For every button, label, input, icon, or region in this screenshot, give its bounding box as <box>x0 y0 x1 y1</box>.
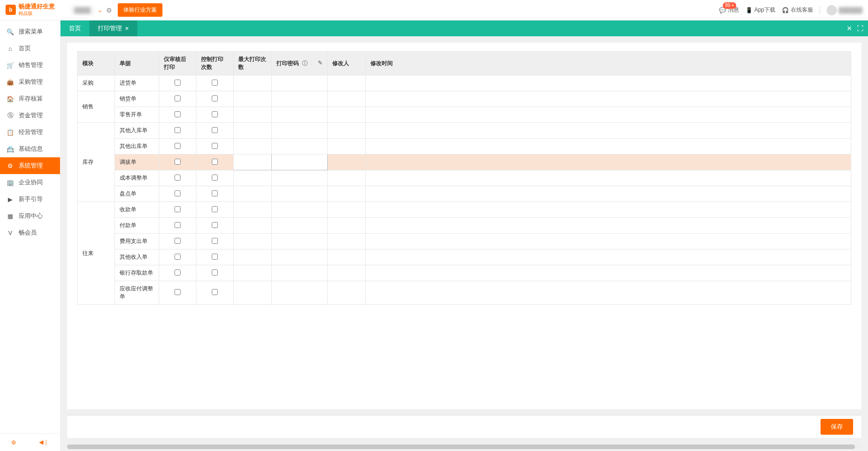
tab-0[interactable]: 首页 <box>61 20 89 36</box>
checkbox-control-count[interactable] <box>212 143 218 149</box>
sidebar-item-10[interactable]: ▶新手引导 <box>0 191 60 208</box>
cell-max-count[interactable] <box>234 281 272 305</box>
checkbox-control-count[interactable] <box>212 206 218 212</box>
edit-column-icon[interactable]: ✎ <box>318 60 323 66</box>
cell-max-count[interactable] <box>234 139 272 155</box>
sidebar-item-6[interactable]: 📋经营管理 <box>0 124 60 141</box>
sidebar-item-4[interactable]: 🏠库存核算 <box>0 90 60 107</box>
checkbox-control-count[interactable] <box>212 95 218 101</box>
checkbox-control-count[interactable] <box>212 175 218 181</box>
cell-password[interactable] <box>272 249 328 265</box>
checkbox-audit-only[interactable] <box>175 80 181 86</box>
collapse-icon[interactable]: ◀｜ <box>39 438 49 446</box>
sidebar-item-2[interactable]: 🛒销售管理 <box>0 57 60 74</box>
table-row[interactable]: 销售销货单 <box>78 91 851 107</box>
tab-1[interactable]: 打印管理✕ <box>89 20 137 36</box>
table-row[interactable]: 费用支出单 <box>78 234 851 249</box>
table-row[interactable]: 库存其他入库单 <box>78 123 851 139</box>
cell-max-count[interactable] <box>234 186 272 202</box>
sidebar-item-3[interactable]: 👜采购管理 <box>0 74 60 90</box>
cell-password[interactable] <box>272 281 328 305</box>
checkbox-control-count[interactable] <box>212 238 218 244</box>
cell-password[interactable] <box>272 123 328 139</box>
cell-password[interactable] <box>272 186 328 202</box>
cell-max-count[interactable] <box>234 155 272 170</box>
table-row[interactable]: 盘点单 <box>78 186 851 202</box>
support-button[interactable]: 🎧 在线客服 <box>782 6 813 14</box>
sidebar-item-12[interactable]: V畅会员 <box>0 224 60 241</box>
sidebar-item-9[interactable]: 🏢企业协同 <box>0 174 60 191</box>
checkbox-control-count[interactable] <box>212 269 218 276</box>
checkbox-control-count[interactable] <box>212 289 218 295</box>
sidebar-item-7[interactable]: 📇基础信息 <box>0 141 60 157</box>
checkbox-audit-only[interactable] <box>175 175 181 181</box>
cell-max-count[interactable] <box>234 75 272 91</box>
checkbox-control-count[interactable] <box>212 254 218 260</box>
cell-password[interactable] <box>272 139 328 155</box>
cell-max-count[interactable] <box>234 202 272 218</box>
sidebar-item-0[interactable]: 🔍搜索菜单 <box>0 23 60 40</box>
checkbox-control-count[interactable] <box>212 127 218 133</box>
cell-max-count[interactable] <box>234 123 272 139</box>
checkbox-audit-only[interactable] <box>175 159 181 165</box>
horizontal-scrollbar[interactable] <box>67 444 861 449</box>
table-row[interactable]: 银行存取款单 <box>78 265 851 281</box>
cell-password[interactable] <box>272 218 328 234</box>
cell-password[interactable] <box>272 155 328 170</box>
cell-max-count[interactable] <box>234 170 272 186</box>
table-row[interactable]: 采购进货单 <box>78 75 851 91</box>
cell-password[interactable] <box>272 107 328 123</box>
table-row[interactable]: 调拔单 <box>78 155 851 170</box>
table-row[interactable]: 其他出库单 <box>78 139 851 155</box>
cell-password[interactable] <box>272 75 328 91</box>
cell-max-count[interactable] <box>234 249 272 265</box>
cell-password[interactable] <box>272 234 328 249</box>
checkbox-audit-only[interactable] <box>175 254 181 260</box>
cell-max-count[interactable] <box>234 234 272 249</box>
cell-password[interactable] <box>272 202 328 218</box>
fullscreen-icon[interactable]: ⛶ <box>857 25 863 32</box>
checkbox-audit-only[interactable] <box>175 269 181 276</box>
messages-button[interactable]: 💬 99 + 消息 <box>719 6 739 14</box>
table-row[interactable]: 零售开单 <box>78 107 851 123</box>
save-button[interactable]: 保存 <box>821 419 853 435</box>
table-row[interactable]: 应收应付调整单 <box>78 281 851 305</box>
checkbox-audit-only[interactable] <box>175 190 181 196</box>
industry-cta-button[interactable]: 体验行业方案 <box>118 3 162 17</box>
tab-close-all-icon[interactable]: ✕ <box>847 25 852 32</box>
close-icon[interactable]: ✕ <box>125 26 129 32</box>
cell-max-count[interactable] <box>234 107 272 123</box>
checkbox-control-count[interactable] <box>212 80 218 86</box>
tenant-selector[interactable]: ████ ⌄ ⚙ <box>71 6 112 14</box>
table-row[interactable]: 往来收款单 <box>78 202 851 218</box>
table-row[interactable]: 付款单 <box>78 218 851 234</box>
sidebar-item-8[interactable]: ⚙系统管理 <box>0 157 60 174</box>
sidebar-item-11[interactable]: ▦应用中心 <box>0 208 60 224</box>
cell-max-count[interactable] <box>234 218 272 234</box>
cell-password[interactable] <box>272 265 328 281</box>
checkbox-audit-only[interactable] <box>175 206 181 212</box>
checkbox-audit-only[interactable] <box>175 222 181 228</box>
checkbox-control-count[interactable] <box>212 222 218 228</box>
user-menu[interactable]: ██████ <box>827 5 862 15</box>
checkbox-audit-only[interactable] <box>175 238 181 244</box>
sidebar-item-5[interactable]: Ⓢ资金管理 <box>0 107 60 124</box>
checkbox-audit-only[interactable] <box>175 111 181 117</box>
scrollbar-thumb[interactable] <box>67 444 855 449</box>
sidebar-item-1[interactable]: ⌂首页 <box>0 40 60 57</box>
settings-icon[interactable]: ⚙ <box>11 439 16 446</box>
cell-max-count[interactable] <box>234 91 272 107</box>
help-icon[interactable]: ⓘ <box>302 60 308 67</box>
checkbox-audit-only[interactable] <box>175 289 181 295</box>
checkbox-control-count[interactable] <box>212 159 218 165</box>
checkbox-audit-only[interactable] <box>175 127 181 133</box>
table-row[interactable]: 成本调整单 <box>78 170 851 186</box>
checkbox-control-count[interactable] <box>212 111 218 117</box>
app-download-button[interactable]: 📱 App下载 <box>746 6 775 14</box>
cell-password[interactable] <box>272 91 328 107</box>
gear-icon[interactable]: ⚙ <box>106 7 112 14</box>
checkbox-audit-only[interactable] <box>175 95 181 101</box>
checkbox-audit-only[interactable] <box>175 143 181 149</box>
cell-password[interactable] <box>272 170 328 186</box>
checkbox-control-count[interactable] <box>212 190 218 196</box>
